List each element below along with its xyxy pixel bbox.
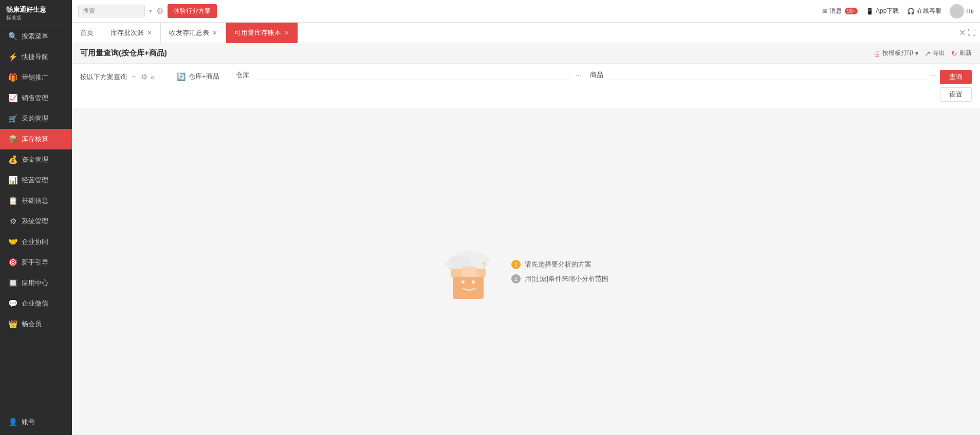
query-btn[interactable]: 查询 xyxy=(940,70,972,84)
avatar xyxy=(950,4,964,18)
export-btn[interactable]: ↗ 导出 xyxy=(924,49,945,58)
tab-summary-close[interactable]: ✕ xyxy=(212,29,217,36)
enterprise-icon: 🤝 xyxy=(8,237,17,247)
tab-home-label: 首页 xyxy=(80,28,94,37)
empty-state: ? ? 1 请先选择要分析的方案 2 用[过滤]条件来缩小分析范围 xyxy=(72,108,980,435)
inventory-icon: 📦 xyxy=(8,135,17,144)
hint-num-2: 2 xyxy=(511,274,521,283)
sidebar-item-enterprise[interactable]: 🤝 企业协同 xyxy=(0,232,72,252)
filter-collapse-btn[interactable]: « xyxy=(151,73,155,81)
sidebar-item-label-vip: 畅会员 xyxy=(22,319,42,329)
sidebar-item-label-guide: 新手引导 xyxy=(22,258,48,267)
sidebar-item-basic[interactable]: 📋 基础信息 xyxy=(0,191,72,211)
topbar-search[interactable]: 搜索 xyxy=(78,5,145,17)
page-header: 可用量查询(按仓库+商品) 🖨 按模板打印 ▾ ↗ 导出 ↻ 刷新 xyxy=(72,43,980,64)
online-service-btn[interactable]: 🎧 在线客服 xyxy=(907,7,941,15)
message-icon: ✉ xyxy=(822,8,827,15)
operation-icon: 📊 xyxy=(8,176,17,185)
empty-hint-1: 1 请先选择要分析的方案 xyxy=(511,260,608,269)
sidebar-item-label-enterprise: 企业协同 xyxy=(22,237,48,247)
filter-label-area: 按以下方案查询 ＋ ⚙ « xyxy=(80,70,173,82)
sidebar-item-search[interactable]: 🔍 搜索菜单 xyxy=(0,26,72,47)
sidebar-item-label-system: 系统管理 xyxy=(22,217,48,226)
sidebar-item-appcenter[interactable]: 🔲 应用中心 xyxy=(0,273,72,293)
empty-hint-2: 2 用[过滤]条件来缩小分析范围 xyxy=(511,274,608,283)
sidebar-item-inventory[interactable]: 📦 库存核算 xyxy=(0,129,72,149)
sidebar-item-system[interactable]: ⚙ 系统管理 xyxy=(0,211,72,232)
industry-btn[interactable]: 体验行业方案 xyxy=(168,4,217,18)
scheme-warehouse-product[interactable]: 🔄 仓库+商品 xyxy=(173,70,224,83)
tab-available[interactable]: 可用量库存账本 ✕ xyxy=(226,23,298,43)
refresh-btn[interactable]: ↻ 刷新 xyxy=(951,49,972,58)
gear-icon[interactable]: ⚙ xyxy=(156,6,163,16)
warehouse-input[interactable] xyxy=(253,70,572,80)
filter-section: 按以下方案查询 ＋ ⚙ « 🔄 仓库+商品 仓库 ··· xyxy=(72,64,980,108)
sidebar-item-operation[interactable]: 📊 经营管理 xyxy=(0,170,72,191)
product-dots[interactable]: ··· xyxy=(930,71,936,79)
filter-settings-btn[interactable]: ⚙ xyxy=(141,72,147,82)
user-btn[interactable]: Rit xyxy=(950,4,974,18)
message-badge: 99+ xyxy=(845,8,858,14)
tab-summary[interactable]: 收发存汇总表 ✕ xyxy=(161,23,226,43)
print-btn[interactable]: 🖨 按模板打印 ▾ xyxy=(873,49,918,58)
dropdown-icon[interactable]: ▾ xyxy=(149,8,152,14)
sidebar-item-finance[interactable]: 💰 资金管理 xyxy=(0,149,72,170)
sidebar-logo: 畅康通好生意 标准版 xyxy=(0,0,72,26)
page-title: 可用量查询(按仓库+商品) xyxy=(80,48,167,58)
sidebar-item-label-wechat: 企业微信 xyxy=(22,299,48,308)
filter-field-warehouse: 仓库 ··· xyxy=(236,70,582,80)
user-name: Rit xyxy=(966,8,974,15)
sidebar-item-purchase[interactable]: 🛒 采购管理 xyxy=(0,108,72,129)
empty-state-text: 1 请先选择要分析的方案 2 用[过滤]条件来缩小分析范围 xyxy=(511,260,608,283)
filter-add-btn[interactable]: ＋ xyxy=(130,72,138,82)
refresh-icon: ↻ xyxy=(951,49,957,58)
system-icon: ⚙ xyxy=(8,217,17,226)
tab-batch[interactable]: 库存批次账 ✕ xyxy=(102,23,161,43)
sidebar-item-label-inventory: 库存核算 xyxy=(22,135,48,144)
filter-fields: 仓库 ··· 商品 ··· xyxy=(224,70,936,80)
svg-rect-2 xyxy=(453,274,484,299)
sidebar-item-sales[interactable]: 📈 销售管理 xyxy=(0,88,72,108)
online-service-label: 在线客服 xyxy=(917,7,941,15)
filter-scheme-list: 🔄 仓库+商品 xyxy=(173,70,224,83)
tab-available-close[interactable]: ✕ xyxy=(284,29,289,36)
sidebar-item-vip[interactable]: 👑 畅会员 xyxy=(0,314,72,334)
sidebar-item-label-sales: 销售管理 xyxy=(22,93,48,103)
tab-close-all-btn[interactable]: ✕ xyxy=(959,28,966,37)
main-area: 搜索 ▾ ⚙ 体验行业方案 ✉ 消息 99+ 📱 App下载 🎧 在线客服 Ri… xyxy=(72,0,980,435)
filter-action-btns: 查询 设置 xyxy=(940,70,972,102)
settings-btn[interactable]: 设置 xyxy=(940,87,972,102)
sidebar-item-user[interactable]: 👤 账号 xyxy=(0,413,72,431)
warehouse-label: 仓库 xyxy=(236,70,249,80)
scheme-icon: 🔄 xyxy=(177,72,186,81)
tab-expand-btn[interactable]: ⛶ xyxy=(968,28,976,37)
hint-num-1: 1 xyxy=(511,260,521,269)
sidebar-item-guide[interactable]: 🎯 新手引导 xyxy=(0,252,72,273)
tab-home[interactable]: 首页 xyxy=(72,23,102,43)
svg-point-6 xyxy=(472,280,475,283)
sidebar-item-wechat[interactable]: 💬 企业微信 xyxy=(0,293,72,314)
print-icon: 🖨 xyxy=(873,49,880,58)
product-input[interactable] xyxy=(607,70,926,80)
tabbar: 首页 库存批次账 ✕ 收发存汇总表 ✕ 可用量库存账本 ✕ ✕ ⛶ xyxy=(72,23,980,43)
sidebar-item-label-marketing: 营销推广 xyxy=(22,73,48,82)
message-btn[interactable]: ✉ 消息 99+ xyxy=(822,7,858,15)
print-label: 按模板打印 xyxy=(882,49,913,58)
app-download-btn[interactable]: 📱 App下载 xyxy=(866,7,899,15)
app-icon: 📱 xyxy=(866,8,874,15)
filter-label: 按以下方案查询 xyxy=(80,72,127,82)
print-dropdown-icon[interactable]: ▾ xyxy=(915,50,918,57)
topbar-right: ✉ 消息 99+ 📱 App下载 🎧 在线客服 Rit xyxy=(822,4,974,18)
app-download-label: App下载 xyxy=(876,7,899,15)
topbar: 搜索 ▾ ⚙ 体验行业方案 ✉ 消息 99+ 📱 App下载 🎧 在线客服 Ri… xyxy=(72,0,980,23)
sidebar-item-label-finance: 资金管理 xyxy=(22,155,48,164)
warehouse-dots[interactable]: ··· xyxy=(576,71,582,79)
sidebar-item-label-search: 搜索菜单 xyxy=(22,32,48,41)
sidebar-item-shortcut[interactable]: ⚡ 快捷导航 xyxy=(0,47,72,67)
sidebar-item-marketing[interactable]: 🎁 营销推广 xyxy=(0,67,72,88)
tab-available-label: 可用量库存账本 xyxy=(234,28,281,37)
sidebar: 畅康通好生意 标准版 🔍 搜索菜单 ⚡ 快捷导航 🎁 营销推广 📈 销售管理 🛒… xyxy=(0,0,72,435)
tab-batch-label: 库存批次账 xyxy=(110,28,144,37)
tab-batch-close[interactable]: ✕ xyxy=(147,29,152,36)
sidebar-bottom: 👤 账号 xyxy=(0,409,72,435)
